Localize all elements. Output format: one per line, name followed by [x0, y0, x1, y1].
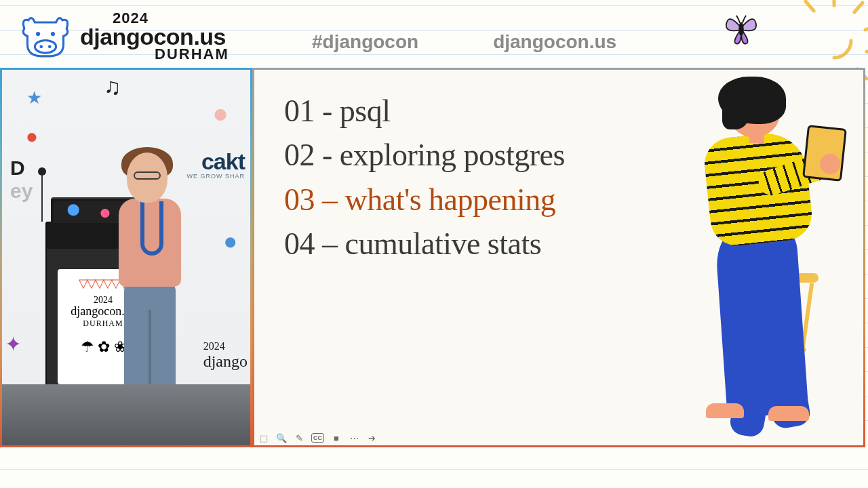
svg-line-11 — [806, 1, 814, 11]
stage-floor — [2, 384, 250, 445]
slide-toolbar: ⬚ 🔍 ✎ CC ■ ⋯ ➔ — [258, 433, 377, 443]
zoom-icon[interactable]: 🔍 — [276, 433, 287, 443]
butterfly-icon — [723, 9, 760, 46]
svg-point-2 — [35, 40, 56, 53]
speaker-video[interactable]: ★ ♫ Dey cakt WE GROW SHAR ✦ 2024 django … — [0, 68, 252, 447]
svg-point-0 — [36, 32, 40, 36]
sponsor-right-sub: WE GROW SHAR — [187, 173, 245, 180]
more-icon[interactable]: ⋯ — [349, 433, 359, 443]
microphone-icon — [41, 174, 43, 222]
pen-icon[interactable]: ✎ — [294, 433, 304, 443]
svg-line-7 — [854, 3, 863, 12]
camera-icon[interactable]: ■ — [331, 433, 342, 443]
star-icon: ★ — [26, 87, 42, 108]
site-url: djangocon.us — [493, 31, 616, 53]
slide: 01 - psql 02 - exploring postgres 03 – w… — [252, 68, 865, 447]
next-slide-icon[interactable]: ➔ — [366, 433, 377, 443]
sparkle-icon: ✦ — [5, 332, 22, 356]
content-row: ★ ♫ Dey cakt WE GROW SHAR ✦ 2024 django … — [0, 68, 868, 488]
captions-button[interactable]: CC — [311, 433, 324, 443]
svg-point-5 — [739, 23, 743, 35]
svg-point-1 — [51, 32, 55, 36]
backdrop-logo: 2024 django — [203, 340, 248, 371]
sponsor-left: Dey — [10, 157, 33, 203]
hashtag: #djangocon — [312, 31, 418, 53]
woman-with-tablet-illustration — [669, 97, 846, 422]
logo-city: DURHAM — [155, 47, 229, 62]
svg-line-8 — [865, 26, 868, 30]
pointer-icon[interactable]: ⬚ — [258, 433, 269, 443]
logo-brand: djangocon.us — [80, 26, 229, 47]
event-logo: 2024 djangocon.us DURHAM — [19, 12, 229, 62]
sponsor-right: cakt — [201, 148, 245, 175]
header: 2024 djangocon.us DURHAM #djangocon djan… — [0, 0, 868, 68]
header-tags: #djangocon djangocon.us — [312, 31, 616, 53]
svg-point-4 — [48, 45, 52, 48]
bull-icon — [19, 12, 72, 61]
svg-point-3 — [39, 45, 43, 48]
logo-text: 2024 djangocon.us DURHAM — [80, 12, 229, 62]
music-note-icon: ♫ — [104, 74, 121, 100]
